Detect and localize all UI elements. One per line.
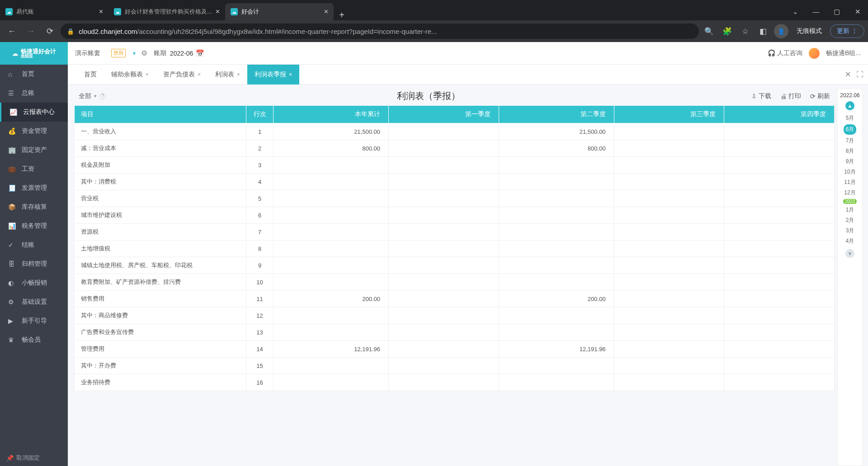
month-button[interactable]: 11月 <box>844 177 856 188</box>
gear-icon[interactable]: ⚙ <box>141 49 147 57</box>
help-icon[interactable]: ? <box>99 93 106 99</box>
period-value[interactable]: 2022-06 <box>170 50 193 57</box>
table-row[interactable]: 销售费用 11 200.00 200.00 <box>75 291 835 307</box>
table-row[interactable]: 其中：商品维修费 12 <box>75 307 835 324</box>
bookmark-icon[interactable]: ☆ <box>738 24 752 38</box>
page-tab[interactable]: 首页 <box>77 65 104 85</box>
browser-tab[interactable]: ☁ 易代账 × <box>0 3 108 20</box>
sidebar-item[interactable]: 💼 工资 <box>0 160 68 179</box>
sidebar-item[interactable]: ⚙ 基础设置 <box>0 292 68 311</box>
print-button[interactable]: 🖨 打印 <box>780 92 801 100</box>
close-icon[interactable]: × <box>99 8 103 16</box>
sidebar-item-icon: ⚙ <box>8 298 16 306</box>
filter-all-dropdown[interactable]: 全部 ▾ ? <box>79 92 106 100</box>
cell-q1 <box>388 324 499 341</box>
table-row[interactable]: 广告费和业务宣传费 13 <box>75 324 835 341</box>
download-button[interactable]: ⇩ 下载 <box>751 92 771 100</box>
month-button[interactable]: 9月 <box>844 156 856 167</box>
page-tab[interactable]: 辅助余额表× <box>104 65 156 85</box>
sidebar-item[interactable]: 📦 库存核算 <box>0 198 68 217</box>
close-icon[interactable]: × <box>216 8 220 16</box>
disable-badge[interactable]: 禁用 <box>111 49 126 57</box>
reload-button[interactable]: ⟳ <box>42 23 58 39</box>
url-input[interactable]: 🔒 cloud2.chanjet.com /accounting/uh26t26… <box>61 24 699 39</box>
sidebar-item[interactable]: ☰ 总账 <box>0 84 68 103</box>
month-button[interactable]: 2月 <box>846 215 854 226</box>
chevron-down-icon[interactable]: ▾ <box>133 50 136 56</box>
new-tab-button[interactable]: + <box>334 10 350 20</box>
table-row[interactable]: 减：营业成本 2 800.00 800.00 <box>75 140 835 157</box>
brand-logo[interactable]: ☁ 畅捷通好会计 旗舰版 <box>0 42 68 65</box>
table-row[interactable]: 城镇土地使用税、房产税、车船税、印花税 9 <box>75 257 835 274</box>
close-icon[interactable]: × <box>198 71 201 78</box>
back-button[interactable]: ← <box>4 23 20 39</box>
extension-icon[interactable]: 🧩 <box>720 24 734 38</box>
extensions-button[interactable]: ◧ <box>756 24 770 38</box>
table-row[interactable]: 资源税 7 <box>75 224 835 240</box>
sidebar-item[interactable]: ⌂ 首页 <box>0 65 68 84</box>
table-row[interactable]: 其中：消费税 4 <box>75 174 835 190</box>
scroll-down-button[interactable]: ▼ <box>845 249 854 258</box>
table-row[interactable]: 营业税 5 <box>75 190 835 207</box>
sidebar-item[interactable]: ▶ 新手引导 <box>0 311 68 330</box>
close-window-button[interactable]: ✕ <box>847 3 868 20</box>
browser-tab[interactable]: ☁ 好会计财务管理软件购买价格及... × <box>108 3 225 20</box>
time-rail-year[interactable]: 2022.06 <box>840 92 859 99</box>
sidebar-item[interactable]: 📊 税务管理 <box>0 217 68 235</box>
month-button[interactable]: 3月 <box>846 226 854 236</box>
month-button[interactable]: 4月 <box>846 236 854 246</box>
month-button[interactable]: 7月 <box>844 136 856 146</box>
cell-ytd <box>274 274 389 291</box>
close-icon[interactable]: × <box>146 71 149 78</box>
search-icon[interactable]: 🔍 <box>702 24 716 38</box>
close-icon[interactable]: × <box>289 71 292 78</box>
fullscreen-button[interactable]: ⛶ <box>856 71 863 79</box>
avatar[interactable] <box>809 48 820 59</box>
next-year-tag[interactable]: 2023 <box>843 199 857 204</box>
cell-ytd <box>274 190 389 207</box>
month-button[interactable]: 5月 <box>844 113 856 123</box>
sidebar-item[interactable]: 📈 云报表中心 <box>0 103 68 122</box>
minimize-button[interactable]: ― <box>806 3 826 20</box>
month-button[interactable]: 12月 <box>844 188 856 198</box>
close-icon[interactable]: × <box>324 8 328 16</box>
month-button[interactable]: 10月 <box>844 167 856 177</box>
table-row[interactable]: 业务招待费 16 <box>75 374 835 391</box>
sidebar-item[interactable]: ✓ 结账 <box>0 235 68 254</box>
account-set-selector[interactable]: 演示账套 <box>75 49 100 57</box>
maximize-button[interactable]: ▢ <box>826 3 847 20</box>
table-row[interactable]: 教育费附加、矿产资源补偿费、排污费 10 <box>75 274 835 291</box>
close-icon[interactable]: × <box>237 71 240 78</box>
sidebar-item[interactable]: 🗄 归档管理 <box>0 254 68 273</box>
cell-q1 <box>388 140 499 157</box>
table-row[interactable]: 其中：开办费 15 <box>75 358 835 374</box>
sidebar-item[interactable]: ◐ 小畅报销 <box>0 273 68 292</box>
table-row[interactable]: 管理费用 14 12,191.96 12,191.96 <box>75 341 835 358</box>
sidebar-item[interactable]: ♛ 畅会员 <box>0 330 68 349</box>
refresh-button[interactable]: ⟳ 刷新 <box>810 92 830 100</box>
scroll-up-button[interactable]: ▲ <box>845 101 854 110</box>
table-row[interactable]: 一、营业收入 1 21,500.00 21,500.00 <box>75 123 835 140</box>
calendar-icon[interactable]: 📅 <box>196 49 204 57</box>
support-button[interactable]: 🎧 人工咨询 <box>768 49 802 57</box>
table-row[interactable]: 土地增值税 8 <box>75 240 835 257</box>
page-tab[interactable]: 利润表季报× <box>247 65 299 85</box>
sidebar-collapse-button[interactable]: 📌 取消固定 <box>0 450 68 466</box>
month-button[interactable]: 1月 <box>846 205 854 215</box>
close-all-tabs-button[interactable]: ✕ <box>845 70 851 79</box>
sidebar-item[interactable]: 💰 资金管理 <box>0 122 68 141</box>
browser-update-button[interactable]: 更新 ⋮ <box>830 24 864 38</box>
cell-q4 <box>724 358 835 374</box>
table-row[interactable]: 税金及附加 3 <box>75 157 835 174</box>
forward-button[interactable]: → <box>23 23 39 39</box>
table-row[interactable]: 城市维护建设税 6 <box>75 207 835 224</box>
user-name[interactable]: 畅捷通B组... <box>826 49 861 57</box>
browser-tab[interactable]: ☁ 好会计 × <box>225 3 334 20</box>
sidebar-item[interactable]: 🏢 固定资产 <box>0 141 68 160</box>
month-button[interactable]: 6月 <box>844 124 856 135</box>
page-tab[interactable]: 利润表× <box>208 65 247 85</box>
chevron-down-icon[interactable]: ⌄ <box>785 3 806 20</box>
page-tab[interactable]: 资产负债表× <box>156 65 208 85</box>
sidebar-item[interactable]: 🧾 发票管理 <box>0 179 68 198</box>
month-button[interactable]: 8月 <box>844 146 856 156</box>
